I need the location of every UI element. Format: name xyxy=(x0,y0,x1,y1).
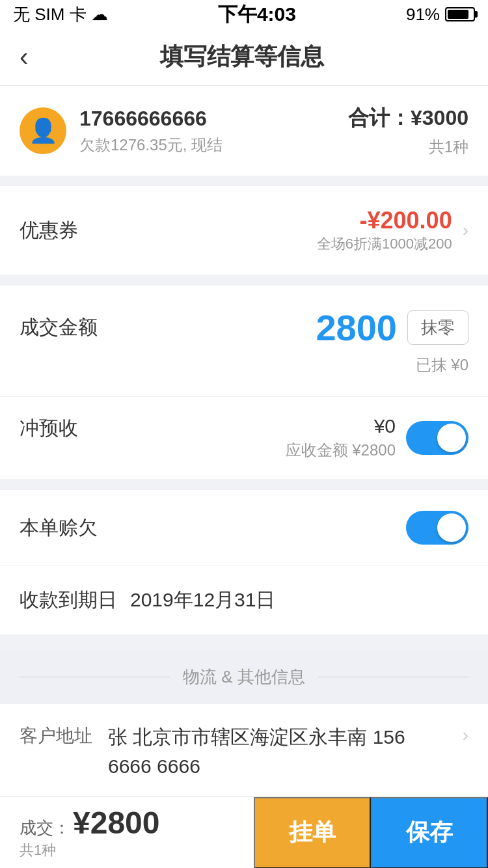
prepayment-sub: 应收金额 ¥2800 xyxy=(286,440,396,461)
debit-row: 本单赊欠 xyxy=(0,489,488,565)
battery-percent: 91% xyxy=(406,5,440,25)
prepayment-amount: ¥0 xyxy=(286,415,396,437)
avatar-icon: 👤 xyxy=(29,117,58,144)
prepayment-value-col: ¥0 应收金额 ¥2800 xyxy=(286,415,396,461)
prepayment-label: 冲预收 xyxy=(20,415,78,442)
logistics-line-right xyxy=(318,677,468,677)
status-right: 91% xyxy=(406,5,475,25)
transaction-row: 成交金额 2800 抹零 xyxy=(20,306,468,349)
nav-bar: ‹ 填写结算等信息 xyxy=(0,29,488,86)
customer-note: 欠款1276.35元, 现结 xyxy=(79,135,348,156)
logistics-line-left xyxy=(20,677,170,677)
transaction-section: 成交金额 2800 抹零 已抹 ¥0 xyxy=(0,286,488,396)
status-bar: 无 SIM 卡 ☁ 下午4:03 91% xyxy=(0,0,488,29)
total-count: 共1种 xyxy=(348,137,468,157)
coupon-desc: 全场6折满1000减200 xyxy=(317,234,452,254)
toggle-knob xyxy=(437,424,466,452)
prepayment-row: 冲预收 ¥0 应收金额 ¥2800 xyxy=(0,396,488,479)
content-area: 👤 17666666666 欠款1276.35元, 现结 合计：¥3000 共1… xyxy=(0,86,488,868)
total-amount: 合计：¥3000 xyxy=(348,104,468,133)
section-divider-3 xyxy=(0,634,488,650)
bottom-summary: 成交： ¥2800 共1种 xyxy=(0,805,254,860)
section-divider-1 xyxy=(0,275,488,286)
coupon-amount: -¥200.00 xyxy=(317,207,452,234)
back-button[interactable]: ‹ xyxy=(20,42,28,72)
address-chevron-icon: › xyxy=(463,725,468,746)
debit-toggle[interactable] xyxy=(406,511,468,545)
customer-phone: 17666666666 xyxy=(79,107,348,131)
transaction-value-group: 2800 抹零 xyxy=(316,306,468,349)
status-left: 无 SIM 卡 ☁ xyxy=(13,3,108,26)
bottom-bar: 成交： ¥2800 共1种 挂单 保存 xyxy=(0,796,488,868)
logistics-text: 物流 & 其他信息 xyxy=(183,666,305,688)
prepayment-toggle[interactable] xyxy=(406,421,468,455)
due-date-label: 收款到期日 xyxy=(20,587,117,614)
logistics-header: 物流 & 其他信息 xyxy=(0,650,488,704)
transaction-amount: 2800 xyxy=(316,306,397,349)
status-time: 下午4:03 xyxy=(218,1,296,28)
customer-card: 👤 17666666666 欠款1276.35元, 现结 合计：¥3000 共1… xyxy=(0,86,488,176)
coupon-row[interactable]: 优惠券 -¥200.00 全场6折满1000减200 › xyxy=(0,186,488,275)
coupon-right: -¥200.00 全场6折满1000减200 › xyxy=(317,207,468,254)
bottom-summary-amount: ¥2800 xyxy=(73,805,159,841)
address-row[interactable]: 客户地址 张 北京市市辖区海淀区永丰南 156 6666 6666 › xyxy=(0,704,488,799)
transaction-sub: 已抹 ¥0 xyxy=(416,356,468,373)
page-title: 填写结算等信息 xyxy=(41,41,442,73)
debit-toggle-knob xyxy=(437,513,466,542)
due-date-row: 收款到期日 2019年12月31日 xyxy=(0,565,488,634)
bottom-summary-label: 成交： xyxy=(20,817,70,839)
section-divider-2 xyxy=(0,479,488,489)
hold-button[interactable]: 挂单 xyxy=(254,797,371,869)
avatar: 👤 xyxy=(20,107,66,154)
battery-icon xyxy=(445,7,475,21)
debit-label: 本单赊欠 xyxy=(20,515,98,541)
round-button[interactable]: 抹零 xyxy=(407,310,468,345)
bottom-summary-sub: 共1种 xyxy=(20,841,234,860)
coupon-label: 优惠券 xyxy=(20,217,78,244)
chevron-right-icon: › xyxy=(463,220,468,241)
customer-total: 合计：¥3000 共1种 xyxy=(348,104,468,157)
address-value: 张 北京市市辖区海淀区永丰南 156 6666 6666 xyxy=(108,722,452,781)
address-label: 客户地址 xyxy=(20,724,92,748)
due-date-value: 2019年12月31日 xyxy=(130,587,275,614)
transaction-label: 成交金额 xyxy=(20,314,98,341)
customer-info: 17666666666 欠款1276.35元, 现结 xyxy=(79,107,348,156)
save-button[interactable]: 保存 xyxy=(371,797,488,869)
sim-status: 无 SIM 卡 ☁ xyxy=(13,3,108,26)
